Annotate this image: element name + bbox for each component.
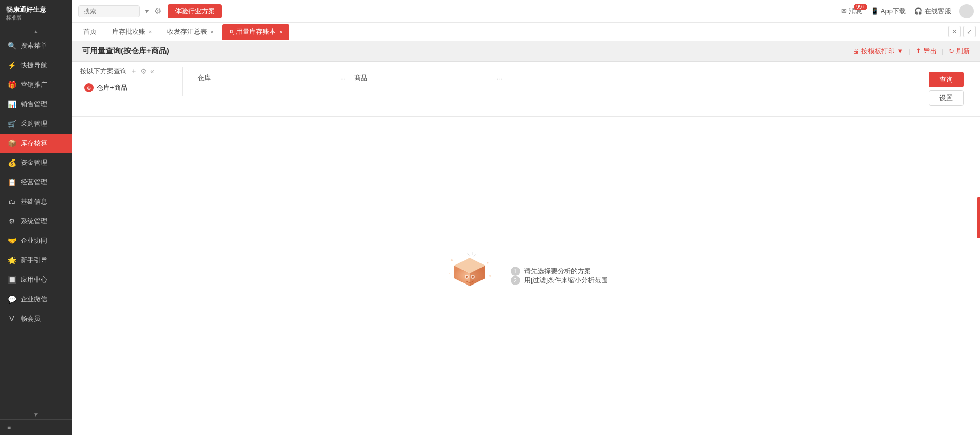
sidebar-item-label: 销售管理 (21, 100, 47, 109)
solution-button[interactable]: 体验行业方案 (168, 4, 222, 18)
empty-tip-2: 2 用[过滤]条件来缩小分析范围 (511, 276, 608, 285)
svg-point-7 (451, 259, 453, 261)
sidebar-item-label: 畅会员 (21, 314, 41, 324)
scheme-panel: 按以下方案查询 ＋ ⚙ « ⊕ 仓库+商品 (80, 67, 183, 96)
sidebar-item-icon: 🔲 (7, 275, 16, 285)
sidebar-item-库存核算[interactable]: 📦 库存核算 (0, 134, 72, 153)
user-avatar[interactable] (959, 4, 974, 18)
query-button[interactable]: 查询 (929, 72, 964, 87)
online-service-button[interactable]: 🎧 在线客服 (914, 7, 951, 16)
tab-库存批次账[interactable]: 库存批次账× (105, 24, 159, 40)
tabs-actions: ✕ ⤢ (948, 26, 976, 37)
export-button[interactable]: ⬆ 导出 (916, 47, 937, 56)
settings-button[interactable]: 设置 (929, 90, 964, 106)
divider-1: | (909, 47, 910, 55)
sidebar-item-label: 基础信息 (21, 197, 47, 206)
sidebar-item-icon: ⚙ (7, 217, 16, 226)
search-input[interactable] (78, 5, 140, 17)
scheme-item-仓库+商品[interactable]: ⊕ 仓库+商品 (80, 80, 176, 96)
empty-illustration (444, 250, 495, 301)
sidebar-item-搜索菜单[interactable]: 🔍 搜索菜单 (0, 36, 72, 55)
tab-可用量库存账本[interactable]: 可用量库存账本× (222, 24, 289, 40)
refresh-button[interactable]: ↻ 刷新 (949, 47, 970, 56)
sidebar-item-icon: 💰 (7, 158, 16, 167)
tabs-bar: 首页库存批次账×收发存汇总表×可用量库存账本× ✕ ⤢ (72, 23, 980, 41)
sidebar-item-label: 资金管理 (21, 158, 47, 167)
sidebar-item-快捷导航[interactable]: ⚡ 快捷导航 (0, 55, 72, 75)
sidebar-item-企业微信[interactable]: 💬 企业微信 (0, 290, 72, 309)
scheme-header-label: 按以下方案查询 (80, 67, 127, 76)
refresh-label: 刷新 (956, 47, 970, 56)
sidebar-item-采购管理[interactable]: 🛒 采购管理 (0, 114, 72, 134)
svg-point-10 (489, 275, 491, 277)
sidebar-item-企业协同[interactable]: 🤝 企业协同 (0, 231, 72, 251)
content-header: 可用量查询(按仓库+商品) 🖨 按模板打印 ▼ | ⬆ 导出 | ↻ 刷新 (72, 41, 980, 62)
message-icon: ✉ (841, 7, 847, 15)
sidebar-item-畅会员[interactable]: V 畅会员 (0, 309, 72, 329)
edit-scheme-button[interactable]: ⚙ (140, 67, 147, 75)
topbar: ▼ ⚙ 体验行业方案 ✉ 消息 99+ 📱 App下载 🎧 在线客服 (72, 0, 980, 23)
scheme-item-label: 仓库+商品 (97, 83, 127, 92)
sidebar-item-资金管理[interactable]: 💰 资金管理 (0, 153, 72, 173)
warehouse-more-icon[interactable]: ··· (340, 74, 346, 82)
app-icon: 📱 (871, 7, 879, 15)
print-dropdown-icon[interactable]: ▼ (897, 47, 903, 55)
goods-input[interactable] (371, 72, 494, 84)
svg-point-9 (449, 273, 450, 274)
sidebar-item-应用中心[interactable]: 🔲 应用中心 (0, 270, 72, 290)
online-service-label: 在线客服 (924, 7, 951, 16)
goods-more-icon[interactable]: ··· (497, 74, 503, 82)
tab-首页[interactable]: 首页 (76, 24, 104, 40)
topbar-right: ✉ 消息 99+ 📱 App下载 🎧 在线客服 (841, 4, 974, 18)
tab-label: 首页 (83, 27, 97, 36)
tab-close-icon[interactable]: × (279, 29, 282, 35)
print-template-button[interactable]: 🖨 按模板打印 ▼ (853, 47, 903, 56)
tip-text: 请先选择要分析的方案 (524, 267, 591, 276)
sidebar-item-销售管理[interactable]: 📊 销售管理 (0, 94, 72, 114)
scheme-items: ⊕ 仓库+商品 (80, 80, 176, 96)
app-download-button[interactable]: 📱 App下载 (871, 7, 906, 16)
warehouse-label: 仓库 (197, 73, 211, 83)
print-icon: 🖨 (853, 47, 859, 55)
empty-tips-container: 1 请先选择要分析的方案 2 用[过滤]条件来缩小分析范围 (511, 267, 608, 285)
add-scheme-button[interactable]: ＋ (130, 67, 137, 76)
sidebar-bottom[interactable]: ≡ (0, 419, 72, 435)
query-panel: 按以下方案查询 ＋ ⚙ « ⊕ 仓库+商品 仓库 ··· (72, 62, 980, 117)
sidebar-item-新手引导[interactable]: 🌟 新手引导 (0, 251, 72, 270)
print-label: 按模板打印 (861, 47, 895, 56)
scheme-panel-header: 按以下方案查询 ＋ ⚙ « (80, 67, 176, 76)
close-tab-button[interactable]: ✕ (948, 26, 961, 37)
refresh-icon: ↻ (949, 47, 954, 55)
sidebar-item-icon: 📊 (7, 100, 16, 109)
filter-row: 仓库 ··· 商品 ··· (189, 67, 922, 89)
tip-number: 1 (511, 267, 520, 276)
sidebar-item-label: 企业协同 (21, 236, 47, 245)
message-badge: 99+ (854, 4, 867, 10)
goods-label: 商品 (354, 73, 367, 83)
sidebar-logo: 畅康通好生意 标准版 (0, 0, 72, 27)
sidebar-item-label: 营销推广 (21, 80, 47, 89)
sidebar-item-营销推广[interactable]: 🎁 营销推广 (0, 75, 72, 94)
sidebar-item-系统管理[interactable]: ⚙ 系统管理 (0, 212, 72, 231)
right-edge-indicator (977, 197, 980, 238)
empty-state: 1 请先选择要分析的方案 2 用[过滤]条件来缩小分析范围 (72, 117, 980, 435)
tab-收发存汇总表[interactable]: 收发存汇总表× (160, 24, 220, 40)
version-label: 标准版 (6, 14, 66, 22)
settings-icon[interactable]: ⚙ (154, 6, 161, 16)
sidebar-item-label: 采购管理 (21, 119, 47, 128)
sidebar-item-基础信息[interactable]: 🗂 基础信息 (0, 192, 72, 212)
tip-text: 用[过滤]条件来缩小分析范围 (524, 276, 608, 285)
tab-close-icon[interactable]: × (149, 29, 152, 35)
sidebar-scroll-down[interactable]: ▼ (0, 410, 72, 419)
brand-name: 畅康通好生意 (6, 5, 66, 14)
sidebar-item-icon: 📋 (7, 178, 16, 187)
dropdown-icon[interactable]: ▼ (144, 8, 150, 15)
content-area: 可用量查询(按仓库+商品) 🖨 按模板打印 ▼ | ⬆ 导出 | ↻ 刷新 (72, 41, 980, 435)
tab-close-icon[interactable]: × (210, 29, 213, 35)
sidebar-scroll-up[interactable]: ▲ (0, 27, 72, 36)
warehouse-input[interactable] (214, 72, 337, 84)
sidebar-item-经营管理[interactable]: 📋 经营管理 (0, 173, 72, 192)
collapse-scheme-button[interactable]: « (150, 67, 154, 75)
message-button[interactable]: ✉ 消息 99+ (841, 7, 862, 16)
expand-button[interactable]: ⤢ (963, 26, 976, 37)
